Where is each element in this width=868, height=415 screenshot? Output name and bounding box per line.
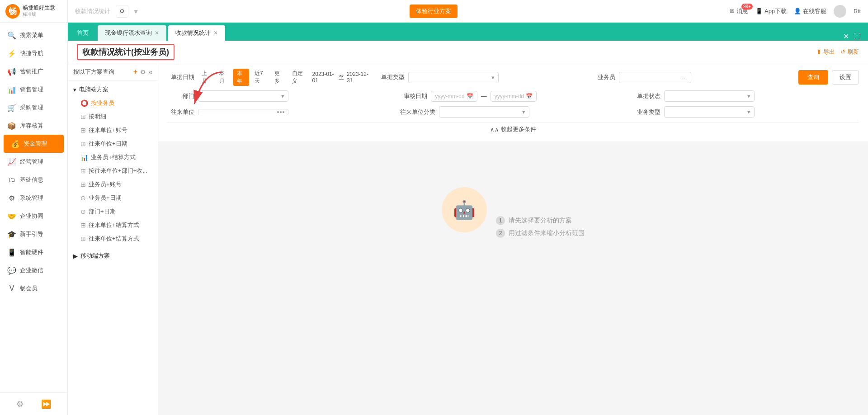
left-panel-add-button[interactable]: + <box>133 68 137 76</box>
sidebar-item-search[interactable]: 🔍 搜索菜单 <box>0 26 67 44</box>
scheme-item-salesperson-settle[interactable]: 📊 业务员+结算方式 <box>68 151 158 164</box>
counterpart-field: 往来单位 <box>167 108 393 116</box>
message-button[interactable]: ✉ 消息 99+ <box>730 7 748 15</box>
topbar-settings-button[interactable]: ⚙ <box>116 5 128 18</box>
date-tab-more[interactable]: 更多 <box>271 69 287 86</box>
review-date-field: 审核日期 yyyy-mm-dd 📅 — yyyy-mm-dd 📅 <box>400 91 626 102</box>
stock-icon: 📦 <box>7 121 16 130</box>
topbar-right: ✉ 消息 99+ 📱 App下载 👤 在线客服 Rit <box>730 5 861 18</box>
logo-name: 畅捷通好生意 <box>23 5 55 12</box>
empty-illustration: 🤖 <box>442 187 487 232</box>
doc-type-select[interactable]: ▾ <box>408 72 499 83</box>
doc-type-caret: ▾ <box>491 74 495 81</box>
scheme-item-salesperson-account[interactable]: ⊞ 业务员+账号 <box>68 178 158 191</box>
tab-expand-icon[interactable]: ⛶ <box>854 33 861 41</box>
page-header-actions: ⬆ 导出 ↺ 刷新 <box>816 48 859 56</box>
sidebar-item-member[interactable]: V 畅会员 <box>0 279 67 297</box>
biz-type-select[interactable]: ▾ <box>664 106 755 118</box>
tab-bank-close[interactable]: ✕ <box>155 30 159 36</box>
dept-select[interactable]: ▾ <box>198 90 288 102</box>
quick-icon: ⚡ <box>7 49 16 58</box>
date-tab-this-month[interactable]: 本月 <box>216 69 231 86</box>
detail-icon: ⊞ <box>80 113 86 120</box>
sidebar-item-quick[interactable]: ⚡ 快捷导航 <box>0 44 67 62</box>
breadcrumb: 收款情况统计 <box>75 7 110 15</box>
salesperson-select[interactable]: ··· <box>619 72 691 83</box>
sidebar-item-operation[interactable]: 📈 经营管理 <box>0 153 67 171</box>
tab-receipt-close[interactable]: ✕ <box>213 30 218 36</box>
right-section: 单据日期 上月 本月 本年 近7天 更多 自定义 2023-01-01 <box>158 63 868 415</box>
salesperson-date-icon: ⊙ <box>80 194 86 202</box>
counterpart-dots[interactable] <box>277 111 284 113</box>
tab-receipt[interactable]: 收款情况统计 ✕ <box>168 25 225 41</box>
sidebar-footer: ⚙ ⏩ <box>0 392 67 415</box>
collapse-more-button[interactable]: ∧∧ 收起更多条件 <box>167 122 859 136</box>
counterpart-category-select[interactable]: ▾ <box>439 106 529 118</box>
left-panel-settings-button[interactable]: ⚙ <box>140 68 146 75</box>
service-button[interactable]: 👤 在线客服 <box>794 7 826 15</box>
date-label: 单据日期 <box>167 73 194 81</box>
scheme-item-unit-account[interactable]: ⊞ 往来单位+账号 <box>68 123 158 137</box>
topbar-dropdown[interactable]: ▾ <box>134 6 138 16</box>
sidebar-footer-settings[interactable]: ⚙ <box>16 399 24 409</box>
scheme-item-salesperson-date[interactable]: ⊙ 业务员+日期 <box>68 191 158 205</box>
dept-date-icon: ⊙ <box>80 208 86 215</box>
tab-close-all-icon[interactable]: ✕ <box>843 32 849 41</box>
sidebar-item-basic[interactable]: 🗂 基础信息 <box>0 171 67 189</box>
export-button[interactable]: ⬆ 导出 <box>816 48 835 56</box>
salesperson-settle-icon: 📊 <box>80 154 88 161</box>
member-icon: V <box>7 284 16 293</box>
left-panel-collapse-button[interactable]: « <box>149 68 152 75</box>
search-row-2: 部门 ▾ 审核日期 yyyy-mm-dd 📅 <box>167 90 859 102</box>
counterpart-category-label: 往来单位分类 <box>400 108 435 116</box>
review-date-from[interactable]: yyyy-mm-dd 📅 <box>431 91 477 102</box>
tab-home[interactable]: 首页 <box>70 25 96 41</box>
sidebar-item-purchase[interactable]: 🛒 采购管理 <box>0 99 67 117</box>
doc-status-field: 单据状态 ▾ <box>633 90 859 102</box>
sidebar-item-fund[interactable]: 💰 资金管理 <box>4 135 64 153</box>
scheme-group-mobile: ▶ 移动端方案 <box>68 247 158 264</box>
scheme-item-unit-settle[interactable]: ⊞ 往来单位+结算方式 <box>68 218 158 232</box>
counterpart-select[interactable] <box>198 109 288 115</box>
scheme-group-mobile-header[interactable]: ▶ 移动端方案 <box>68 249 158 263</box>
refresh-button[interactable]: ↺ 刷新 <box>840 48 859 56</box>
avatar[interactable] <box>834 5 846 18</box>
enterprise-icon: 🤝 <box>7 212 16 221</box>
scheme-item-unit-dept-collect[interactable]: ⊞ 按往来单位+部门+收... <box>68 164 158 178</box>
sidebar-item-hardware[interactable]: 📱 智能硬件 <box>0 243 67 261</box>
scheme-group-desktop-header[interactable]: ▾ 电脑端方案 <box>68 83 158 96</box>
sidebar-item-sales[interactable]: 📊 销售管理 <box>0 80 67 99</box>
trial-button[interactable]: 体验行业方案 <box>410 5 458 18</box>
doc-status-select[interactable]: ▾ <box>664 90 755 102</box>
date-tab-custom[interactable]: 自定义 <box>288 69 308 86</box>
sidebar-item-enterprise[interactable]: 🤝 企业协同 <box>0 207 67 225</box>
sidebar-item-marketing[interactable]: 📢 营销推广 <box>0 62 67 80</box>
scheme-item-salesperson[interactable]: ⭕ 按业务员 <box>68 96 158 110</box>
tab-bank[interactable]: 现金银行流水查询 ✕ <box>98 25 166 41</box>
sidebar-menu: 🔍 搜索菜单 ⚡ 快捷导航 📢 营销推广 📊 销售管理 🛒 采购管理 📦 库存核… <box>0 23 67 392</box>
query-button[interactable]: 查询 <box>798 70 828 85</box>
date-range: 2023-01-01 至 2023-12-31 <box>312 71 371 84</box>
sidebar-item-system[interactable]: ⚙ 系统管理 <box>0 189 67 207</box>
app-download-button[interactable]: 📱 App下载 <box>755 7 787 15</box>
main-panel: 🤖 1 请先选择要分析的方案 2 用过滤条件来缩小分析范围 <box>158 142 868 415</box>
date-tab-last-month[interactable]: 上月 <box>198 69 214 86</box>
sidebar-item-guide[interactable]: 🎓 新手引导 <box>0 225 67 243</box>
date-tab-this-year[interactable]: 本年 <box>233 69 249 86</box>
page-content: 收款情况统计(按业务员) ⬆ 导出 ↺ 刷新 按以下方案查询 + <box>68 41 868 415</box>
search-icon: 🔍 <box>7 31 16 40</box>
guide-icon: 🎓 <box>7 230 16 239</box>
page-header: 收款情况统计(按业务员) ⬆ 导出 ↺ 刷新 <box>68 41 868 63</box>
sidebar-item-wechat[interactable]: 💬 企业微信 <box>0 261 67 279</box>
sidebar-item-stock[interactable]: 📦 库存核算 <box>0 117 67 135</box>
review-date-to[interactable]: yyyy-mm-dd 📅 <box>491 91 537 102</box>
settings-button[interactable]: 设置 <box>832 70 859 85</box>
scheme-item-unit-date[interactable]: ⊞ 往来单位+日期 <box>68 137 158 151</box>
sidebar-footer-collapse[interactable]: ⏩ <box>41 399 51 409</box>
scheme-item-dept-date[interactable]: ⊙ 部门+日期 <box>68 205 158 218</box>
scheme-item-detail[interactable]: ⊞ 按明细 <box>68 110 158 123</box>
doc-type-label: 单据类型 <box>377 73 405 81</box>
date-tabs: 上月 本月 本年 近7天 更多 自定义 <box>198 69 309 86</box>
date-tab-7days[interactable]: 近7天 <box>251 69 269 86</box>
scheme-item-unit-settle2[interactable]: ⊞ 往来单位+结算方式 <box>68 232 158 245</box>
